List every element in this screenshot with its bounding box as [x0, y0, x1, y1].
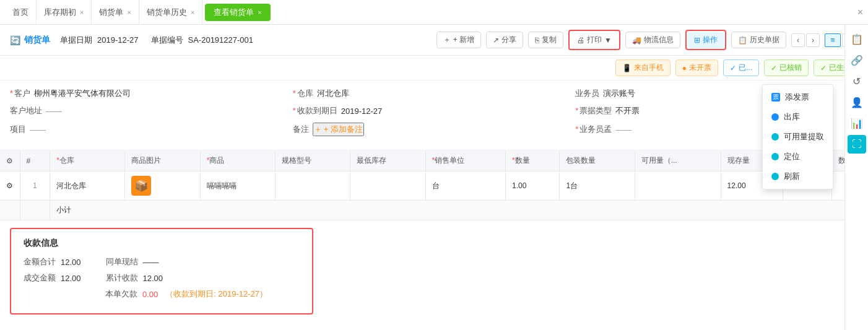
row-min-stock — [350, 172, 425, 201]
form-row-2: 客户地址 —— 收款到期日 2019-12-27 票据类型 不开票 — [10, 105, 858, 116]
quantity-header: *数量 — [506, 150, 560, 172]
min-stock-header: 最低库存 — [350, 150, 425, 172]
tab-close-check[interactable]: × — [258, 9, 261, 16]
available-pickup-item[interactable]: 可用量提取 — [763, 127, 833, 147]
grid-icon: ⊞ — [694, 36, 700, 45]
row-gear[interactable]: ⚙ — [0, 172, 20, 201]
locate-item[interactable]: 定位 — [763, 147, 833, 167]
tab-close-inventory[interactable]: × — [80, 9, 84, 16]
tab-inventory-init[interactable]: 库存期初 × — [37, 0, 92, 25]
not-open-button[interactable]: ● 未开票 — [675, 59, 718, 76]
product-img-header: 商品图片 — [125, 150, 200, 172]
add-invoice-item[interactable]: 票 添发票 — [763, 87, 833, 107]
row-product: 嗝嗝嗝嗝 — [200, 172, 275, 201]
current-due-item: 本单欠款 0.00 （收款到期日: 2019-12-27） — [105, 289, 267, 300]
pack-qty-header: 包装数量 — [560, 150, 635, 172]
tab-sales-order[interactable]: 销货单 × — [92, 0, 139, 25]
form-row-1: 客户 柳州粤港平安气体有限公司 仓库 河北仓库 业务员 演示账号 — [10, 88, 858, 99]
sold-icon: ✓ — [771, 64, 777, 72]
spec-header: 规格型号 — [276, 150, 350, 172]
history-icon: 📋 — [738, 36, 747, 45]
num-header: # — [20, 150, 50, 172]
add-note-button[interactable]: ＋ + 添加备注 — [313, 123, 365, 136]
share-button[interactable]: ↗ 分享 — [486, 32, 523, 48]
tab-close-history[interactable]: × — [191, 9, 194, 16]
main-content: 🔄 销货单 单据日期 2019-12-27 单据编号 SA-20191227-0… — [0, 25, 868, 330]
toolbar-row: 📱 来自手机 ● 未开票 ✓ 已... ✓ 已核销 ✓ 已生效 — [0, 56, 868, 80]
note-field: 备注 ＋ + 添加备注 — [293, 123, 576, 136]
doc-meta: 单据日期 2019-12-27 单据编号 SA-20191227-001 — [60, 35, 253, 46]
operate-button[interactable]: ⊞ 操作 — [688, 32, 724, 48]
plus-icon: ＋ — [443, 35, 451, 45]
project-value: —— — [30, 125, 46, 134]
address-field: 客户地址 —— — [10, 105, 293, 116]
row-quantity: 1.00 — [506, 172, 560, 201]
product-image: 📦 — [131, 176, 151, 196]
history-button[interactable]: 📋 历史单据 — [731, 32, 786, 48]
total-amount-item: 金额合计 12.00 — [24, 256, 81, 267]
sidebar-icon-chart[interactable]: 📊 — [848, 114, 866, 132]
form-section: 客户 柳州粤港平安气体有限公司 仓库 河北仓库 业务员 演示账号 客户地址 ——… — [0, 80, 868, 150]
note-label: 备注 — [293, 124, 309, 135]
from-phone-button[interactable]: 📱 来自手机 — [615, 59, 671, 76]
truck-icon: 🚚 — [632, 36, 641, 45]
warehouse-header: *仓库 — [50, 150, 125, 172]
payment-date-value: 2019-12-27 — [341, 106, 383, 116]
salesperson2-label: 业务员孟 — [575, 124, 612, 135]
table-header-row: ⚙ # *仓库 商品图片 *商品 规格型号 最低库存 *销售单位 *数量 包装数… — [0, 150, 868, 172]
project-label: 项目 — [10, 124, 26, 135]
row-spec — [276, 172, 350, 201]
same-order-label: 同单现结 — [106, 256, 138, 267]
row-sales-unit: 台 — [425, 172, 506, 201]
copy-icon: ⎘ — [535, 36, 539, 45]
address-label: 客户地址 — [10, 105, 42, 116]
prev-record-button[interactable]: ‹ — [791, 33, 805, 47]
refresh-item[interactable]: 刷新 — [763, 167, 833, 186]
tab-bar: 首页 库存期初 × 销货单 × 销货单历史 × 查看销货单 × × — [0, 0, 868, 25]
due-note: （收款到期日: 2019-12-27） — [165, 289, 267, 300]
plus-note-icon: ＋ — [314, 124, 322, 135]
sidebar-icon-refresh[interactable]: ↺ — [848, 72, 866, 90]
payment-title: 收款信息 — [24, 238, 300, 249]
share-icon: ↗ — [493, 36, 499, 45]
tab-check-sales[interactable]: 查看销货单 × — [205, 4, 270, 21]
doc-title: 🔄 销货单 — [10, 35, 50, 46]
sold-status-button[interactable]: ✓ 已核销 — [764, 59, 809, 76]
row-pack-qty: 1台 — [560, 172, 635, 201]
tab-close-sales[interactable]: × — [127, 9, 131, 16]
warehouse-value: 河北仓库 — [317, 88, 349, 99]
doc-header: 🔄 销货单 单据日期 2019-12-27 单据编号 SA-20191227-0… — [0, 25, 868, 56]
sidebar-icon-clipboard[interactable]: 📋 — [848, 30, 866, 48]
available-header: 可用量（... — [635, 150, 721, 172]
total-amount-value: 12.00 — [61, 258, 81, 267]
subtotal-row: 小计 — [0, 201, 868, 220]
nav-arrows: ‹ › — [791, 33, 820, 47]
table-wrapper[interactable]: ⚙ # *仓库 商品图片 *商品 规格型号 最低库存 *销售单位 *数量 包装数… — [0, 150, 868, 220]
logistics-button[interactable]: 🚚 物流信息 — [625, 32, 680, 48]
sales-unit-header: *销售单位 — [425, 150, 506, 172]
next-record-button[interactable]: › — [806, 33, 820, 47]
check-button[interactable]: ✓ 已... — [723, 59, 759, 76]
operate-highlight: ⊞ 操作 — [685, 30, 726, 50]
form-row-3: 项目 —— 备注 ＋ + 添加备注 业务员孟 —— — [10, 123, 858, 136]
red-highlight-area: 🖨 打印 ▼ — [568, 30, 620, 50]
window-close-button[interactable]: × — [857, 7, 863, 18]
add-button[interactable]: ＋ + 新增 — [436, 32, 481, 48]
sidebar-icon-link[interactable]: 🔗 — [848, 51, 866, 69]
ticket-type-label: 票据类型 — [575, 105, 612, 116]
sidebar-icon-expand[interactable]: ⛶ — [848, 135, 866, 154]
outbound-item[interactable]: 出库 — [763, 107, 833, 127]
transaction-item: 成交金额 12.00 — [24, 272, 81, 284]
products-table: ⚙ # *仓库 商品图片 *商品 规格型号 最低库存 *销售单位 *数量 包装数… — [0, 150, 868, 220]
tab-home[interactable]: 首页 — [5, 0, 37, 25]
payment-date-field: 收款到期日 2019-12-27 — [293, 105, 576, 116]
copy-button[interactable]: ⎘ 复制 — [528, 32, 563, 48]
tab-sales-history[interactable]: 销货单历史 × — [139, 0, 202, 25]
transaction-value: 12.00 — [61, 274, 81, 283]
sidebar-icon-user[interactable]: 👤 — [848, 93, 866, 111]
payment-date-label: 收款到期日 — [293, 105, 337, 116]
list-view-button[interactable]: ≡ — [825, 33, 841, 47]
add-invoice-icon: 票 — [771, 93, 780, 102]
dropdown-menu: 票 添发票 出库 可用量提取 定位 刷新 — [762, 84, 833, 189]
print-button[interactable]: 🖨 打印 ▼ — [571, 32, 618, 48]
